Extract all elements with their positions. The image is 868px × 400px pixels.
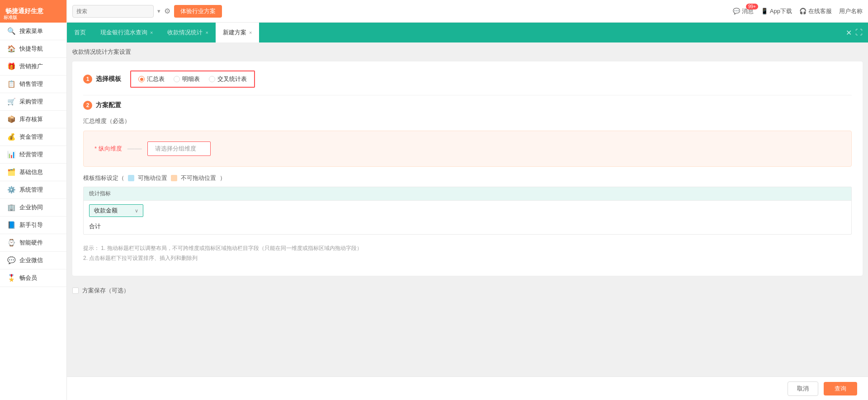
tab-bank-query[interactable]: 现金银行流水查询 × bbox=[93, 23, 160, 42]
sidebar-item-label: 畅会员 bbox=[19, 274, 37, 282]
dim-select[interactable]: 请选择分组维度 bbox=[147, 141, 211, 156]
sidebar-item-inventory[interactable]: 📦 库存核算 bbox=[0, 111, 66, 128]
non-draggable-badge bbox=[171, 175, 177, 181]
draggable-badge bbox=[128, 175, 134, 181]
metric-item-receipt[interactable]: 收款金额 ∨ bbox=[89, 204, 143, 217]
sidebar-item-label: 经营管理 bbox=[19, 151, 43, 159]
sidebar: 畅捷通好生意 标准版 🔍 搜索菜单 🏠 快捷导航 🎁 营销推广 📋 销售管理 🛒… bbox=[0, 0, 67, 400]
indicator-settings-label: 模板指标设定（ 可拖动位置 不可拖动位置 ） bbox=[83, 174, 852, 182]
smarthw-icon: ⌚ bbox=[7, 239, 16, 247]
radio-summary[interactable]: 汇总表 bbox=[138, 75, 165, 83]
sidebar-item-sales[interactable]: 📋 销售管理 bbox=[0, 75, 66, 93]
tab-receipt-stat[interactable]: 收款情况统计 × bbox=[160, 23, 215, 42]
app-label: App下载 bbox=[770, 7, 792, 15]
tab-receipt-stat-close[interactable]: × bbox=[205, 30, 208, 35]
step2-title: 方案配置 bbox=[96, 101, 121, 109]
sidebar-item-label: 新手引导 bbox=[19, 221, 43, 229]
topbar: ▾ ⚙ 体验行业方案 💬 消息 99+ 📱 App下载 🎧 在线客服 用户名称 bbox=[67, 0, 868, 23]
sidebar-logo: 畅捷通好生意 标准版 bbox=[0, 0, 66, 23]
sidebar-item-base-info[interactable]: 🗂️ 基础信息 bbox=[0, 164, 66, 181]
sidebar-item-enterprise[interactable]: 🏢 企业协同 bbox=[0, 199, 66, 216]
metric-area: 统计指标 收款金额 ∨ 合计 bbox=[83, 187, 852, 235]
sidebar-item-label: 搜索菜单 bbox=[19, 27, 43, 35]
enterprise-icon: 🏢 bbox=[7, 203, 16, 212]
message-icon: 💬 bbox=[733, 8, 740, 14]
sidebar-item-marketing[interactable]: 🎁 营销推广 bbox=[0, 58, 66, 75]
radio-cross[interactable]: 交叉统计表 bbox=[209, 75, 247, 83]
sidebar-item-wechat[interactable]: 💬 企业微信 bbox=[0, 252, 66, 269]
sidebar-item-label: 快捷导航 bbox=[19, 45, 43, 53]
sidebar-item-purchase[interactable]: 🛒 采购管理 bbox=[0, 93, 66, 111]
non-draggable-label: 不可拖动位置 bbox=[181, 174, 216, 182]
radio-detail-circle bbox=[174, 76, 180, 82]
service-label: 在线客服 bbox=[808, 7, 832, 15]
member-icon: 🎖️ bbox=[7, 274, 16, 282]
search-input[interactable] bbox=[72, 5, 154, 18]
message-btn[interactable]: 💬 消息 99+ bbox=[733, 7, 754, 15]
divider1 bbox=[83, 95, 852, 95]
sidebar-item-label: 销售管理 bbox=[19, 80, 43, 88]
dropdown-arrow-icon[interactable]: ▾ bbox=[157, 8, 160, 14]
metric-subtotal: 合计 bbox=[84, 221, 851, 234]
bottom-bar: 取消 查询 bbox=[67, 376, 868, 400]
sidebar-item-search-menu[interactable]: 🔍 搜索菜单 bbox=[0, 23, 66, 40]
tab-new-plan[interactable]: 新建方案 × bbox=[216, 23, 259, 42]
sidebar-item-member[interactable]: 🎖️ 畅会员 bbox=[0, 269, 66, 287]
draggable-label: 可拖动位置 bbox=[138, 174, 167, 182]
dimension-label: 汇总维度（必选） bbox=[83, 117, 852, 125]
service-btn[interactable]: 🎧 在线客服 bbox=[799, 7, 832, 15]
main-card: 1 选择模板 汇总表 明细表 交叉统计表 bbox=[72, 61, 863, 276]
radio-summary-label: 汇总表 bbox=[147, 75, 165, 83]
close-window-icon[interactable]: ✕ bbox=[846, 28, 852, 37]
step2-header: 2 方案配置 bbox=[83, 101, 852, 110]
save-checkbox[interactable] bbox=[72, 287, 79, 294]
sidebar-item-finance[interactable]: 💰 资金管理 bbox=[0, 128, 66, 146]
sidebar-item-label: 采购管理 bbox=[19, 98, 43, 106]
settings-icon[interactable]: ⚙ bbox=[164, 7, 170, 15]
tab-bank-query-close[interactable]: × bbox=[150, 30, 153, 35]
sidebar-item-system[interactable]: ⚙️ 系统管理 bbox=[0, 181, 66, 199]
tab-new-plan-close[interactable]: × bbox=[249, 30, 252, 35]
logo-badge: 标准版 bbox=[4, 14, 17, 21]
sidebar-item-label: 营销推广 bbox=[19, 62, 43, 71]
cancel-button[interactable]: 取消 bbox=[788, 381, 818, 396]
sidebar-item-label: 库存核算 bbox=[19, 115, 43, 123]
home-icon: 🏠 bbox=[7, 45, 16, 53]
step1-num: 1 bbox=[83, 75, 92, 84]
sales-icon: 📋 bbox=[7, 80, 16, 88]
main-area: ▾ ⚙ 体验行业方案 💬 消息 99+ 📱 App下载 🎧 在线客服 用户名称 bbox=[67, 0, 868, 400]
app-icon: 📱 bbox=[761, 8, 768, 14]
save-option-label: 方案保存（可选） bbox=[82, 287, 129, 295]
industry-btn[interactable]: 体验行业方案 bbox=[174, 5, 222, 18]
metric-chevron-icon: ∨ bbox=[135, 208, 138, 214]
tab-new-plan-label: 新建方案 bbox=[223, 28, 246, 37]
sidebar-item-label: 资金管理 bbox=[19, 133, 43, 141]
tabbar: 首页 现金银行流水查询 × 收款情况统计 × 新建方案 × ✕ ⛶ bbox=[67, 23, 868, 42]
sidebar-item-label: 系统管理 bbox=[19, 186, 43, 194]
sidebar-item-operations[interactable]: 📊 经营管理 bbox=[0, 146, 66, 164]
username: 用户名称 bbox=[839, 7, 863, 15]
wechat-icon: 💬 bbox=[7, 256, 16, 264]
dim-arrow: —— bbox=[127, 145, 142, 153]
page-breadcrumb: 收款情况统计方案设置 bbox=[72, 48, 863, 56]
vertical-dim-label: * 纵向维度 bbox=[94, 145, 122, 153]
sidebar-item-smart-hw[interactable]: ⌚ 智能硬件 bbox=[0, 234, 66, 252]
metric-label: 收款金额 bbox=[94, 207, 118, 215]
dimension-area: * 纵向维度 —— 请选择分组维度 bbox=[83, 131, 852, 167]
step2-num: 2 bbox=[83, 101, 92, 110]
radio-detail[interactable]: 明细表 bbox=[174, 75, 200, 83]
query-button[interactable]: 查询 bbox=[824, 382, 857, 395]
sidebar-item-guide[interactable]: 📘 新手引导 bbox=[0, 216, 66, 234]
user-info[interactable]: 用户名称 bbox=[839, 7, 863, 15]
radio-cross-label: 交叉统计表 bbox=[217, 75, 247, 83]
tab-home[interactable]: 首页 bbox=[67, 23, 93, 42]
step1-header: 1 选择模板 汇总表 明细表 交叉统计表 bbox=[83, 71, 852, 88]
sidebar-item-label: 基础信息 bbox=[19, 168, 43, 176]
tip1: 提示： 1. 拖动标题栏可以调整布局，不可跨维度或指标区域拖动栏目字段（只能在同… bbox=[83, 244, 852, 254]
radio-summary-circle bbox=[138, 76, 145, 82]
tab-receipt-stat-label: 收款情况统计 bbox=[167, 28, 203, 37]
maximize-icon[interactable]: ⛶ bbox=[855, 28, 863, 37]
tips-area: 提示： 1. 拖动标题栏可以调整布局，不可跨维度或指标区域拖动栏目字段（只能在同… bbox=[83, 240, 852, 267]
app-download-btn[interactable]: 📱 App下载 bbox=[761, 7, 792, 15]
sidebar-item-quick-nav[interactable]: 🏠 快捷导航 bbox=[0, 40, 66, 58]
